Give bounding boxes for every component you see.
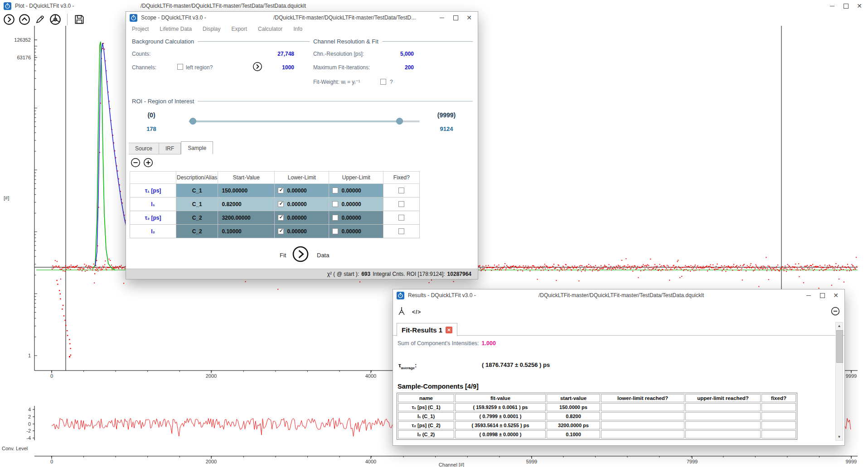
fixed-checkbox[interactable] bbox=[398, 215, 404, 221]
alias-cell[interactable]: C_2 bbox=[176, 225, 218, 238]
lower-limit-cell[interactable]: 0.00000 bbox=[275, 211, 329, 225]
lower-limit-cell[interactable]: 0.00000 bbox=[275, 184, 329, 197]
upper-limit-cell[interactable]: 0.00000 bbox=[329, 197, 383, 211]
lower-limit-cell[interactable]: 0.00000 bbox=[275, 225, 329, 238]
results-window-controls: ✕ bbox=[802, 289, 843, 301]
fixed-checkbox[interactable] bbox=[398, 228, 404, 234]
aperture-icon[interactable] bbox=[49, 13, 62, 26]
add-component-button[interactable] bbox=[143, 158, 153, 168]
upper-limit-cell[interactable]: 0.00000 bbox=[329, 211, 383, 225]
fixed-cell[interactable] bbox=[383, 184, 420, 197]
fixed-cell[interactable] bbox=[383, 211, 420, 225]
column-header: fit-value bbox=[455, 394, 546, 402]
collapse-icon[interactable] bbox=[831, 307, 840, 316]
tab-title: Fit-Results 1 bbox=[402, 326, 442, 334]
minimize-button[interactable] bbox=[802, 290, 815, 301]
scope-window-controls: ✕ bbox=[435, 12, 476, 24]
intensity-sum-value: 1.000 bbox=[482, 340, 496, 347]
tab[interactable]: IRF bbox=[159, 143, 181, 154]
fixed-checkbox[interactable] bbox=[398, 188, 404, 193]
parameter-row: I₁ C_1 0.82000 0.00000 0.00000 bbox=[130, 197, 420, 211]
alias-cell[interactable]: C_1 bbox=[176, 184, 218, 197]
menu-item[interactable]: Export bbox=[231, 26, 247, 32]
scroll-down-arrow[interactable]: ▼ bbox=[836, 433, 843, 440]
menu-item[interactable]: Lifetime Data bbox=[160, 26, 192, 32]
close-button[interactable]: ✕ bbox=[829, 290, 843, 301]
result-fixed bbox=[761, 412, 796, 420]
alias-cell[interactable]: C_2 bbox=[176, 211, 218, 225]
close-button[interactable]: ✕ bbox=[462, 12, 476, 23]
maximize-button[interactable] bbox=[449, 12, 462, 23]
start-value-cell[interactable]: 150.00000 bbox=[218, 184, 275, 197]
code-view-icon[interactable]: </> bbox=[412, 309, 421, 315]
upper-limit-checkbox[interactable] bbox=[332, 215, 338, 221]
roi-upper-handle[interactable] bbox=[396, 118, 403, 125]
upper-limit-checkbox[interactable] bbox=[332, 228, 338, 234]
minimize-button[interactable] bbox=[435, 12, 449, 23]
parameter-table: Description/Alias Start-Value Lower-Limi… bbox=[130, 171, 420, 238]
close-button[interactable]: ✕ bbox=[853, 0, 866, 11]
fit-weight-checkbox[interactable] bbox=[380, 79, 386, 85]
result-upper-limit bbox=[685, 421, 761, 429]
fit-run-button[interactable] bbox=[292, 246, 309, 263]
tab-close-icon[interactable]: ✕ bbox=[446, 327, 452, 333]
tab[interactable]: Source bbox=[129, 143, 159, 154]
result-fixed bbox=[761, 403, 796, 411]
menu-item[interactable]: Display bbox=[203, 26, 220, 32]
scope-menubar: ProjectLifetime DataDisplayExportCalcula… bbox=[126, 24, 478, 34]
intensity-sum-label: Sum of Component's Intensities: bbox=[398, 340, 479, 347]
remove-component-button[interactable] bbox=[131, 158, 141, 168]
alias-cell[interactable]: C_1 bbox=[176, 197, 218, 211]
scrollbar-thumb[interactable] bbox=[836, 330, 843, 363]
tau-average-label: τaverage: bbox=[398, 362, 417, 370]
upper-limit-checkbox[interactable] bbox=[332, 188, 338, 193]
lower-limit-checkbox[interactable] bbox=[278, 215, 284, 221]
lower-limit-checkbox[interactable] bbox=[278, 228, 284, 234]
main-window-titlebar: Plot - DQuickLTFit v3.0 - /DQuickLTFit-m… bbox=[0, 0, 868, 12]
upper-limit-cell[interactable]: 0.00000 bbox=[329, 225, 383, 238]
axis-tick-label: -4 bbox=[26, 435, 31, 441]
menu-item[interactable]: Project bbox=[132, 26, 149, 32]
axis-tick-label: 1 bbox=[28, 353, 31, 358]
result-upper-limit bbox=[685, 403, 761, 411]
save-icon[interactable] bbox=[73, 13, 86, 26]
menu-item[interactable]: Info bbox=[293, 26, 302, 32]
apply-background-button[interactable] bbox=[252, 62, 262, 72]
plot-marker-icon[interactable] bbox=[398, 307, 406, 318]
start-value-cell[interactable]: 0.82000 bbox=[218, 197, 275, 211]
parameter-row: τ₁ [ps] C_1 150.00000 0.00000 0.00000 bbox=[130, 184, 420, 197]
fit-results-tab[interactable]: Fit-Results 1 ✕ bbox=[397, 323, 457, 336]
export-up-icon[interactable] bbox=[18, 13, 31, 26]
minimize-button[interactable] bbox=[825, 0, 839, 11]
fixed-checkbox[interactable] bbox=[398, 201, 404, 207]
vertical-scrollbar[interactable]: ▲ ▼ bbox=[835, 322, 843, 441]
start-value-cell[interactable]: 3200.00000 bbox=[218, 211, 275, 225]
left-region-checkbox[interactable] bbox=[177, 64, 183, 70]
fixed-cell[interactable] bbox=[383, 225, 420, 238]
upper-limit-checkbox[interactable] bbox=[332, 201, 338, 207]
roi-group-header: ROI - Region of Interest bbox=[132, 98, 473, 105]
pencil-icon[interactable] bbox=[34, 13, 46, 26]
resolution-value: 5,000 bbox=[371, 51, 414, 57]
start-value-cell[interactable]: 0.10000 bbox=[218, 225, 275, 238]
fit-weight-label: Fit-Weight: wᵢ = yᵢ⁻¹ bbox=[313, 79, 360, 85]
axis-tick-label: 2000 bbox=[206, 459, 217, 464]
toolbar-separator bbox=[67, 14, 68, 25]
data-label: Data bbox=[317, 252, 329, 259]
lower-limit-cell[interactable]: 0.00000 bbox=[275, 197, 329, 211]
scroll-up-arrow[interactable]: ▲ bbox=[836, 323, 843, 329]
lower-limit-checkbox[interactable] bbox=[278, 201, 284, 207]
run-fit-icon[interactable] bbox=[3, 13, 15, 26]
result-start-value: 3200.0000 ps bbox=[547, 421, 600, 429]
maximize-button[interactable] bbox=[839, 0, 853, 11]
tab[interactable]: Sample bbox=[181, 141, 213, 154]
upper-limit-cell[interactable]: 0.00000 bbox=[329, 184, 383, 197]
column-header bbox=[130, 172, 176, 184]
scope-window-title: Scope - DQuickLTFit v3.0 - bbox=[141, 14, 206, 21]
column-header: fixed? bbox=[761, 394, 796, 402]
lower-limit-checkbox[interactable] bbox=[278, 188, 284, 193]
fixed-cell[interactable] bbox=[383, 197, 420, 211]
roi-lower-handle[interactable] bbox=[189, 118, 196, 125]
menu-item[interactable]: Calculator bbox=[258, 26, 282, 32]
maximize-button[interactable] bbox=[815, 290, 829, 301]
